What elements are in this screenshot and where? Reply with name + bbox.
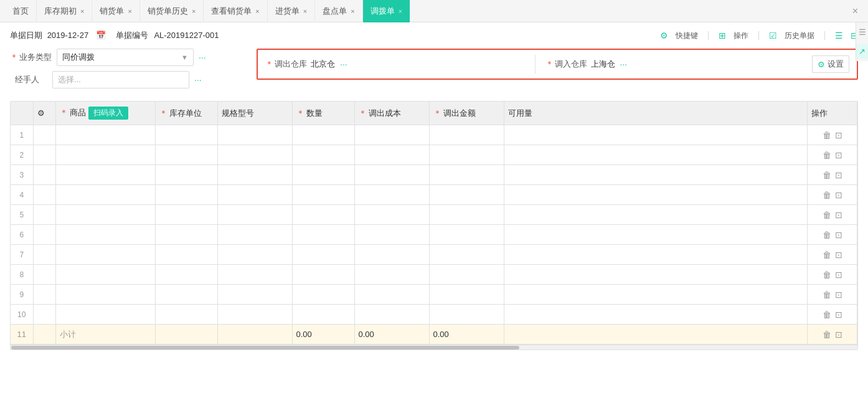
- row-amount[interactable]: [429, 125, 504, 145]
- copy-icon[interactable]: ⊡: [835, 190, 842, 200]
- delete-icon[interactable]: 🗑: [823, 330, 831, 340]
- row-unit[interactable]: [155, 125, 217, 145]
- operation-icon[interactable]: ⊞: [719, 31, 726, 40]
- row-avail[interactable]: [504, 205, 808, 225]
- row-product[interactable]: [55, 185, 155, 205]
- row-product[interactable]: [55, 265, 155, 285]
- settings-button[interactable]: ⚙ 设置: [812, 55, 849, 73]
- row-avail[interactable]: [504, 225, 808, 245]
- transfer-in-more-icon[interactable]: ···: [620, 59, 628, 69]
- row-qty[interactable]: [292, 185, 354, 205]
- close-icon[interactable]: ×: [192, 7, 196, 15]
- close-icon[interactable]: ×: [399, 7, 402, 15]
- copy-icon[interactable]: ⊡: [835, 270, 842, 280]
- row-qty[interactable]: [292, 305, 354, 325]
- copy-icon[interactable]: ⊡: [835, 250, 842, 260]
- copy-icon[interactable]: ⊡: [835, 230, 842, 240]
- row-qty[interactable]: [292, 205, 354, 225]
- tab-sales-history[interactable]: 销货单历史 ×: [140, 0, 204, 22]
- delete-icon[interactable]: 🗑: [823, 190, 831, 200]
- row-spec[interactable]: [217, 145, 292, 165]
- scan-button[interactable]: 扫码录入: [88, 107, 128, 120]
- row-unit[interactable]: [155, 185, 217, 205]
- row-avail[interactable]: [504, 125, 808, 145]
- row-spec[interactable]: [217, 205, 292, 225]
- row-qty[interactable]: [292, 225, 354, 245]
- col-gear-header[interactable]: ⚙: [33, 102, 55, 125]
- row-cost[interactable]: [354, 285, 429, 305]
- row-spec[interactable]: [217, 165, 292, 185]
- row-unit[interactable]: [155, 165, 217, 185]
- copy-icon[interactable]: ⊡: [835, 170, 842, 180]
- row-cost[interactable]: [354, 265, 429, 285]
- row-spec[interactable]: [217, 305, 292, 325]
- row-amount[interactable]: [429, 245, 504, 265]
- row-avail[interactable]: [504, 145, 808, 165]
- close-icon[interactable]: ×: [255, 7, 259, 15]
- row-avail[interactable]: [504, 165, 808, 185]
- row-spec[interactable]: [217, 125, 292, 145]
- row-unit[interactable]: [155, 225, 217, 245]
- business-type-select[interactable]: 同价调拨 ▼: [57, 49, 194, 66]
- row-cost[interactable]: [354, 165, 429, 185]
- row-product[interactable]: [55, 165, 155, 185]
- copy-icon[interactable]: ⊡: [835, 150, 842, 160]
- shortcut-icon[interactable]: ⚙: [660, 31, 668, 40]
- row-amount[interactable]: [429, 305, 504, 325]
- row-spec[interactable]: [217, 225, 292, 245]
- history-label[interactable]: 历史单据: [785, 31, 814, 41]
- row-avail[interactable]: [504, 185, 808, 205]
- row-amount[interactable]: [429, 165, 504, 185]
- row-product[interactable]: [55, 305, 155, 325]
- tab-view-sales[interactable]: 查看销货单 ×: [204, 0, 267, 22]
- row-amount[interactable]: [429, 285, 504, 305]
- horizontal-scrollbar[interactable]: [11, 345, 857, 350]
- copy-icon[interactable]: ⊡: [835, 330, 842, 340]
- delete-icon[interactable]: 🗑: [823, 270, 831, 280]
- row-qty[interactable]: [292, 125, 354, 145]
- row-unit[interactable]: [155, 285, 217, 305]
- delete-icon[interactable]: 🗑: [823, 130, 831, 140]
- row-spec[interactable]: [217, 245, 292, 265]
- delete-icon[interactable]: 🗑: [823, 210, 831, 220]
- delete-icon[interactable]: 🗑: [823, 150, 831, 160]
- tab-inventory-check[interactable]: 盘点单 ×: [315, 0, 362, 22]
- row-spec[interactable]: [217, 265, 292, 285]
- row-cost[interactable]: [354, 245, 429, 265]
- close-icon[interactable]: ×: [303, 7, 307, 15]
- row-cost[interactable]: [354, 305, 429, 325]
- layout-icon1[interactable]: ☰: [835, 31, 843, 40]
- copy-icon[interactable]: ⊡: [835, 310, 842, 320]
- row-product[interactable]: [55, 125, 155, 145]
- row-product[interactable]: [55, 205, 155, 225]
- close-icon[interactable]: ×: [80, 7, 84, 15]
- row-amount[interactable]: [429, 145, 504, 165]
- row-amount[interactable]: [429, 185, 504, 205]
- row-qty[interactable]: [292, 145, 354, 165]
- tab-sales-order[interactable]: 销货单 ×: [92, 0, 139, 22]
- row-unit[interactable]: [155, 205, 217, 225]
- row-unit[interactable]: [155, 145, 217, 165]
- row-avail[interactable]: [504, 265, 808, 285]
- row-product[interactable]: [55, 145, 155, 165]
- row-spec[interactable]: [217, 185, 292, 205]
- row-amount[interactable]: [429, 205, 504, 225]
- row-avail[interactable]: [504, 305, 808, 325]
- row-unit[interactable]: [155, 305, 217, 325]
- row-product[interactable]: [55, 285, 155, 305]
- row-cost[interactable]: [354, 205, 429, 225]
- handler-more-icon[interactable]: ···: [194, 75, 202, 85]
- row-spec[interactable]: [217, 285, 292, 305]
- calendar-icon[interactable]: 📅: [96, 31, 106, 40]
- tab-purchase-order[interactable]: 进货单 ×: [268, 0, 315, 22]
- row-cost[interactable]: [354, 145, 429, 165]
- row-cost[interactable]: [354, 225, 429, 245]
- transfer-out-more-icon[interactable]: ···: [340, 59, 347, 69]
- delete-icon[interactable]: 🗑: [823, 310, 831, 320]
- tab-transfer-order[interactable]: 调拨单 ×: [363, 0, 410, 22]
- close-icon[interactable]: ×: [128, 7, 131, 15]
- row-cost[interactable]: [354, 185, 429, 205]
- delete-icon[interactable]: 🗑: [823, 170, 831, 180]
- row-avail[interactable]: [504, 285, 808, 305]
- copy-icon[interactable]: ⊡: [835, 210, 842, 220]
